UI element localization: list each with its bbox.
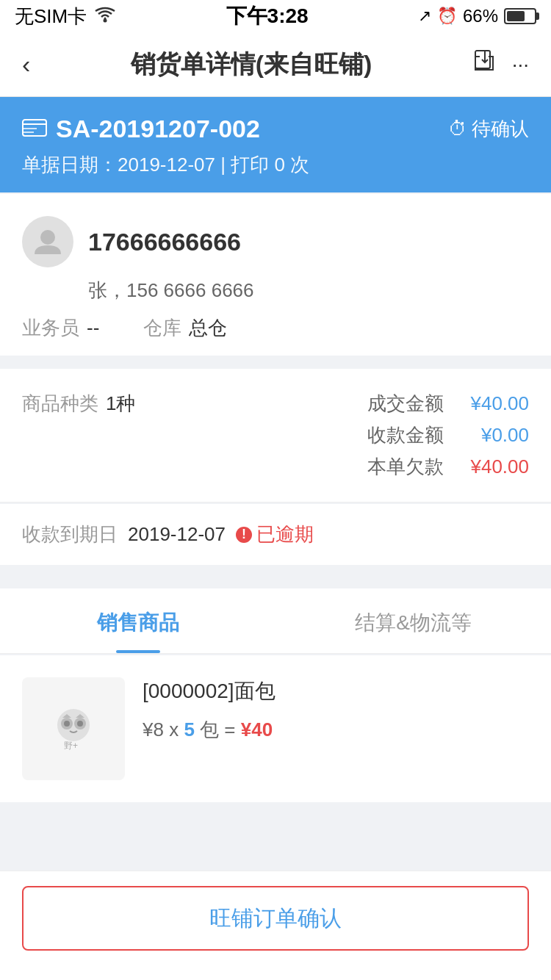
- status-clock-icon: ⏱: [448, 118, 467, 140]
- salesperson-meta: 业务员 --: [22, 315, 99, 341]
- product-image: 野+: [22, 677, 125, 780]
- order-status: ⏱ 待确认: [448, 116, 529, 142]
- svg-point-8: [77, 721, 83, 727]
- overdue-text: 已逾期: [256, 522, 314, 547]
- alarm-icon: ⏰: [437, 7, 457, 26]
- divider-2: [0, 565, 551, 577]
- due-label: 收款到期日: [22, 522, 118, 547]
- battery-icon: [504, 8, 536, 24]
- customer-name: 张，156 6666 6666: [22, 278, 529, 303]
- order-header: SA-20191207-002 ⏱ 待确认 单据日期：2019-12-07 | …: [0, 97, 551, 192]
- svg-text:野+: 野+: [64, 741, 78, 751]
- status-bar: 无SIM卡 下午3:28 ↗ ⏰ 66%: [0, 0, 551, 32]
- tab-settlement[interactable]: 结算&物流等: [276, 588, 551, 653]
- summary-row-2: 本单欠款 ¥40.00: [367, 454, 529, 480]
- customer-top: 17666666666: [22, 216, 529, 267]
- summary-right: 成交金额 ¥40.00 收款金额 ¥0.00 本单欠款 ¥40.00: [367, 391, 529, 480]
- carrier-text: 无SIM卡: [15, 4, 87, 29]
- customer-section: 17666666666 张，156 6666 6666 业务员 -- 仓库 总仓: [0, 194, 551, 356]
- confirm-order-button[interactable]: 旺铺订单确认: [22, 886, 529, 951]
- total-price: ¥40: [241, 718, 273, 741]
- customer-phone: 17666666666: [88, 228, 241, 256]
- back-button[interactable]: ‹: [22, 50, 30, 79]
- product-item: 野+ [0000002]面包 ¥8 x 5 包 = ¥40: [0, 655, 551, 802]
- nav-bar: ‹ 销货单详情(来自旺铺) ···: [0, 32, 551, 97]
- order-id: SA-20191207-002: [22, 115, 260, 143]
- share-button[interactable]: [472, 49, 497, 79]
- nav-actions: ···: [472, 49, 529, 79]
- unit: 包: [200, 718, 219, 741]
- order-header-top: SA-20191207-002 ⏱ 待确认: [22, 115, 529, 143]
- status-carrier: 无SIM卡: [15, 4, 116, 29]
- equals-sign: =: [224, 718, 240, 741]
- quantity: 5: [184, 718, 194, 741]
- overdue-icon: !: [236, 527, 252, 543]
- page-title: 销货单详情(来自旺铺): [131, 48, 372, 82]
- battery-fill: [507, 11, 525, 21]
- summary-section: 商品种类 1种 成交金额 ¥40.00 收款金额 ¥0.00 本单欠款 ¥40.…: [0, 369, 551, 502]
- summary-left: 商品种类 1种: [22, 391, 135, 417]
- svg-point-3: [40, 230, 55, 245]
- svg-rect-2: [23, 120, 46, 136]
- svg-point-0: [104, 18, 107, 22]
- salesperson-value: --: [87, 317, 99, 339]
- category-label: 商品种类: [22, 391, 98, 417]
- product-info: [0000002]面包 ¥8 x 5 包 = ¥40: [143, 677, 529, 743]
- status-time: 下午3:28: [226, 2, 309, 30]
- divider-1: [0, 356, 551, 367]
- received-label: 收款金额: [367, 422, 444, 448]
- order-date: 单据日期：2019-12-07 | 打印 0 次: [22, 152, 529, 178]
- amount-value: ¥40.00: [455, 392, 529, 415]
- overdue-badge: ! 已逾期: [236, 522, 314, 547]
- amount-label: 成交金额: [367, 391, 444, 417]
- summary-row-0: 成交金额 ¥40.00: [367, 391, 529, 417]
- warehouse-meta: 仓库 总仓: [143, 315, 227, 341]
- tab-products[interactable]: 销售商品: [0, 588, 276, 653]
- due-value: 2019-12-07: [128, 523, 226, 546]
- warehouse-value: 总仓: [189, 315, 227, 341]
- category-count: 1种: [106, 391, 135, 417]
- price-unit: ¥8: [143, 718, 164, 741]
- owed-value: ¥40.00: [455, 455, 529, 478]
- due-date-section: 收款到期日 2019-12-07 ! 已逾期: [0, 504, 551, 565]
- wifi-icon: [94, 5, 116, 28]
- tabs-section: 销售商品 结算&物流等: [0, 588, 551, 654]
- product-name: [0000002]面包: [143, 677, 529, 705]
- received-value: ¥0.00: [455, 424, 529, 447]
- order-icon: [22, 115, 47, 143]
- product-price: ¥8 x 5 包 = ¥40: [143, 717, 529, 743]
- avatar: [22, 216, 73, 267]
- svg-point-7: [64, 721, 70, 727]
- salesperson-label: 业务员: [22, 315, 79, 341]
- customer-meta: 业务员 -- 仓库 总仓: [22, 315, 529, 341]
- battery-percent: 66%: [463, 6, 498, 26]
- more-button[interactable]: ···: [512, 53, 529, 76]
- bottom-button-container: 旺铺订单确认: [0, 871, 551, 980]
- summary-row-1: 收款金额 ¥0.00: [367, 422, 529, 448]
- location-icon: ↗: [418, 7, 431, 26]
- status-indicators: ↗ ⏰ 66%: [418, 6, 536, 26]
- owed-label: 本单欠款: [367, 454, 444, 480]
- warehouse-label: 仓库: [143, 315, 181, 341]
- multiply-sign: x: [169, 718, 184, 741]
